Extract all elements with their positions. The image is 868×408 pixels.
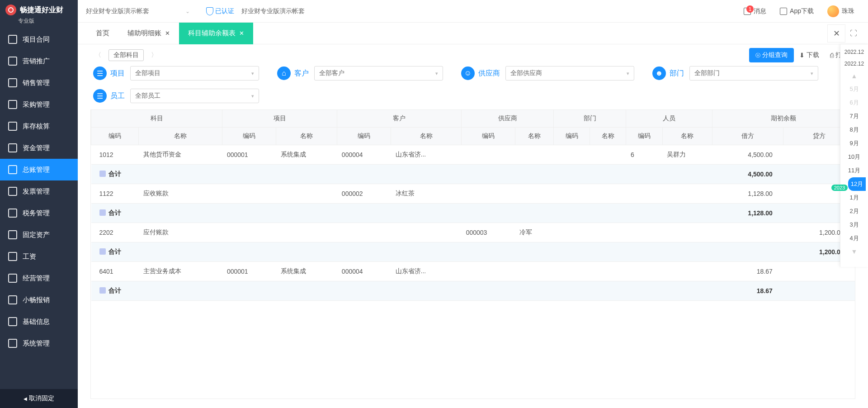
sidebar-item-label: 固定资产 bbox=[23, 231, 50, 239]
filter-project-select[interactable]: 全部项目 ▾ bbox=[130, 66, 259, 81]
filter-supplier-value: 全部供应商 bbox=[510, 69, 542, 77]
table-row[interactable]: 2202应付账款000003冷军1,200.00 bbox=[91, 223, 855, 242]
tab[interactable]: 科目辅助余额表✕ bbox=[179, 23, 253, 44]
cell: 冷军 bbox=[515, 223, 553, 242]
period-scroll-down-icon[interactable]: ▼ bbox=[849, 245, 860, 258]
messages-label: 消息 bbox=[754, 7, 766, 15]
cell bbox=[590, 145, 626, 165]
cell: 其他货币资金 bbox=[139, 145, 222, 165]
sidebar-item[interactable]: 项目合同 bbox=[0, 28, 78, 50]
close-tab-button[interactable]: ✕ bbox=[827, 24, 845, 43]
cell: 000003 bbox=[462, 223, 515, 242]
period-month[interactable]: 1月 bbox=[845, 191, 863, 204]
th-opening: 期初余额 bbox=[712, 110, 854, 128]
cell: 2202 bbox=[91, 223, 139, 242]
cell: 系统集成 bbox=[276, 262, 337, 281]
tab[interactable]: 首页 bbox=[87, 23, 118, 44]
breadcrumb-prev-icon[interactable]: 〈 bbox=[92, 50, 104, 60]
avatar bbox=[827, 5, 839, 17]
period-month[interactable]: 10月 bbox=[845, 150, 863, 164]
user-menu[interactable]: 珠珠 bbox=[822, 5, 860, 17]
table-row[interactable]: 6401主营业务成本000001系统集成000004山东省济...18.67 bbox=[91, 262, 855, 281]
period-month[interactable]: 9月 bbox=[845, 137, 863, 150]
shield-icon bbox=[206, 7, 213, 15]
subtotal-icon bbox=[99, 248, 106, 255]
group-query-button[interactable]: ⦾ 分组查询 bbox=[749, 48, 794, 62]
year-badge: 2023 bbox=[831, 185, 848, 191]
period-month[interactable]: 4月 bbox=[845, 232, 863, 245]
period-from[interactable]: 2022.12 bbox=[844, 46, 864, 58]
sidebar-item[interactable]: 小畅报销 bbox=[0, 289, 78, 311]
pin-toggle[interactable]: 取消固定 bbox=[0, 389, 78, 408]
cell bbox=[391, 223, 462, 242]
th-subject-code: 编码 bbox=[91, 128, 139, 145]
chevron-down-icon: ▾ bbox=[627, 71, 629, 76]
tab[interactable]: 辅助明细账✕ bbox=[118, 23, 179, 44]
cell: 000004 bbox=[337, 145, 391, 165]
sidebar-item-label: 资金管理 bbox=[23, 144, 50, 152]
sidebar-item[interactable]: 经营管理 bbox=[0, 267, 78, 289]
sidebar-nav: 项目合同营销推广销售管理采购管理库存核算资金管理总账管理发票管理税务管理固定资产… bbox=[0, 28, 78, 389]
cell bbox=[662, 223, 712, 242]
sidebar-item[interactable]: 营销推广 bbox=[0, 50, 78, 72]
filter-department-select[interactable]: 全部部门 ▾ bbox=[689, 66, 818, 81]
table-row[interactable]: 1122应收账款000002冰红茶1,128.00 bbox=[91, 184, 855, 204]
chevron-down-icon: ▾ bbox=[435, 71, 438, 76]
filter-project: ☰ 项目 全部项目 ▾ bbox=[93, 66, 259, 81]
search-icon: ⦾ bbox=[755, 52, 760, 59]
cell-debit: 18.67 bbox=[712, 281, 783, 301]
fullscreen-icon[interactable]: ⛶ bbox=[848, 24, 859, 43]
sidebar-item[interactable]: 固定资产 bbox=[0, 224, 78, 246]
filter-customer-select[interactable]: 全部客户 ▾ bbox=[314, 66, 443, 81]
cell: 000002 bbox=[337, 184, 391, 204]
sidebar-item-label: 系统管理 bbox=[23, 339, 50, 348]
filter-employee-select[interactable]: 全部员工 ▾ bbox=[130, 89, 259, 103]
close-icon[interactable]: ✕ bbox=[165, 30, 170, 37]
print-icon: ⎙ bbox=[830, 52, 834, 59]
cell bbox=[626, 223, 662, 242]
sidebar-item[interactable]: 发票管理 bbox=[0, 180, 78, 202]
supplier-icon: ☺ bbox=[461, 66, 475, 80]
nav-icon bbox=[8, 230, 17, 239]
sidebar-item[interactable]: 工资 bbox=[0, 246, 78, 267]
app-download-button[interactable]: App下载 bbox=[774, 7, 819, 15]
sidebar-item[interactable]: 采购管理 bbox=[0, 94, 78, 115]
account-select[interactable]: 好业财专业版演示帐套 ⌄ bbox=[86, 7, 190, 15]
filter-supplier-select[interactable]: 全部供应商 ▾ bbox=[505, 66, 634, 81]
subtotal-icon bbox=[99, 171, 106, 177]
period-month[interactable]: 7月 bbox=[845, 109, 863, 123]
sidebar-item[interactable]: 税务管理 bbox=[0, 202, 78, 224]
period-to[interactable]: 2022.12 bbox=[844, 58, 864, 70]
chevron-down-icon: ▾ bbox=[811, 71, 813, 76]
breadcrumb-next-icon[interactable]: 〉 bbox=[148, 50, 160, 60]
table-row[interactable]: 1012其他货币资金000001系统集成000004山东省济...6吴群力4,5… bbox=[91, 145, 855, 165]
filter-project-value: 全部项目 bbox=[135, 69, 160, 77]
sidebar-item[interactable]: 系统管理 bbox=[0, 332, 78, 354]
cell bbox=[515, 262, 553, 281]
cell bbox=[337, 223, 391, 242]
nav-icon bbox=[8, 100, 17, 109]
filter-supplier-label: 供应商 bbox=[478, 69, 500, 78]
sidebar-item[interactable]: 总账管理 bbox=[0, 159, 78, 180]
sidebar-item[interactable]: 库存核算 bbox=[0, 115, 78, 137]
period-month[interactable]: 11月 bbox=[845, 164, 863, 177]
download-button[interactable]: ⬇ 下载 bbox=[794, 48, 825, 62]
close-icon[interactable]: ✕ bbox=[239, 30, 244, 37]
sidebar-item[interactable]: 资金管理 bbox=[0, 137, 78, 159]
account-select-value: 好业财专业版演示帐套 bbox=[86, 7, 149, 15]
subtotal-row: 合计1,200.00 bbox=[91, 242, 855, 262]
sidebar-item[interactable]: 销售管理 bbox=[0, 72, 78, 94]
messages-button[interactable]: 消息 1 bbox=[738, 7, 772, 15]
period-month[interactable]: 3月 bbox=[845, 218, 863, 232]
sidebar-item-label: 小畅报销 bbox=[23, 296, 50, 304]
cell bbox=[626, 262, 662, 281]
table-container: ▶ 科目 项目 客户 供应商 部门 人员 期初余额 编码 名称 编码 名称 编码 bbox=[90, 109, 855, 399]
period-scroll-up-icon[interactable]: ▲ bbox=[849, 70, 860, 82]
balance-table: 科目 项目 客户 供应商 部门 人员 期初余额 编码 名称 编码 名称 编码 名… bbox=[91, 109, 855, 301]
sidebar-item[interactable]: 基础信息 bbox=[0, 311, 78, 332]
period-month[interactable]: 8月 bbox=[845, 123, 863, 137]
breadcrumb-root[interactable]: 全部科目 bbox=[108, 49, 144, 61]
period-month[interactable]: 2月 bbox=[845, 204, 863, 218]
filter-department: ☻ 部门 全部部门 ▾ bbox=[652, 66, 818, 81]
period-month[interactable]: 12月2023 bbox=[848, 177, 866, 191]
